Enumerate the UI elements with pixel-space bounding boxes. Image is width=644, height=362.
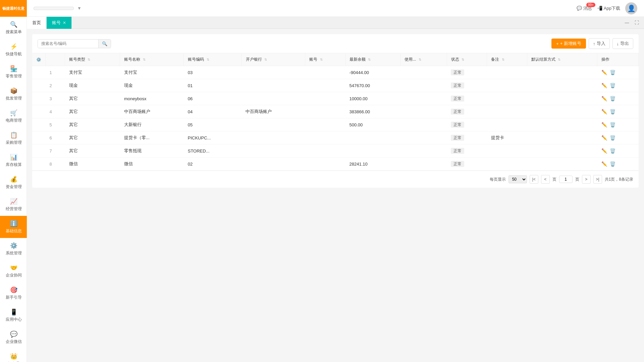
edit-icon[interactable]: ✏️ bbox=[601, 83, 607, 88]
tab-accounts[interactable]: 账号 ✕ bbox=[47, 17, 72, 29]
sidebar-item-member[interactable]: 👑 畅会员 bbox=[0, 349, 27, 362]
edit-icon[interactable]: ✏️ bbox=[601, 122, 607, 127]
search-input[interactable] bbox=[38, 40, 98, 48]
export-button[interactable]: ↓ 导出 bbox=[612, 38, 634, 49]
cell-notes bbox=[487, 92, 527, 105]
first-page-button[interactable]: |< bbox=[530, 175, 538, 184]
sidebar-item-app-center[interactable]: 📱 应用中心 bbox=[0, 304, 27, 326]
th-latest-balance[interactable]: 最新余额 ⇅ bbox=[345, 53, 400, 66]
th-usage[interactable]: 使用... ⇅ bbox=[400, 53, 447, 66]
page-input[interactable] bbox=[559, 176, 573, 183]
delete-icon[interactable]: 🗑️ bbox=[610, 70, 615, 75]
cell-account-code: 06 bbox=[184, 92, 241, 105]
edit-icon[interactable]: ✏️ bbox=[601, 148, 607, 154]
sidebar-item-wholesale-mgmt[interactable]: 📦 批发管理 bbox=[0, 83, 27, 105]
tab-bar: 首页 账号 ✕ — ⛶ bbox=[27, 17, 644, 29]
sidebar-item-label: 零售管理 bbox=[3, 73, 25, 79]
th-account-name[interactable]: 账号名称 ⇅ bbox=[120, 53, 184, 66]
messages-button[interactable]: 💬 消息 99+ bbox=[577, 5, 592, 11]
add-account-button[interactable]: + + 新增账号 bbox=[551, 39, 586, 49]
top-search-input[interactable] bbox=[34, 7, 74, 10]
delete-icon[interactable]: 🗑️ bbox=[610, 161, 615, 167]
cell-status: 正常 bbox=[447, 144, 487, 158]
cell-usage bbox=[400, 131, 447, 144]
th-status[interactable]: 状态 ⇅ bbox=[447, 53, 487, 66]
sidebar-item-label: 企业微信 bbox=[3, 339, 25, 345]
sidebar-item-basic-info[interactable]: ℹ️ 基础信息 bbox=[0, 216, 27, 238]
th-account-type[interactable]: 账号类型 ⇅ bbox=[65, 53, 120, 66]
cell-status: 正常 bbox=[447, 131, 487, 144]
to-page-label: 页 bbox=[575, 177, 579, 182]
edit-icon[interactable]: ✏️ bbox=[601, 109, 607, 114]
per-page-select[interactable]: 50 100 200 bbox=[508, 175, 527, 183]
enterprise-wechat-icon: 💬 bbox=[3, 330, 25, 338]
cell-actions: ✏️ 🗑️ bbox=[597, 92, 639, 105]
tab-home[interactable]: 首页 bbox=[27, 17, 47, 29]
cell-actions: ✏️ 🗑️ bbox=[597, 118, 639, 131]
th-account-no[interactable]: 账号 ⇅ bbox=[305, 53, 345, 66]
avatar-image: 👤 bbox=[627, 4, 636, 12]
th-account-code[interactable]: 账号编码 ⇅ bbox=[184, 53, 241, 66]
messages-badge: 99+ bbox=[586, 3, 595, 7]
sidebar-item-sys-mgmt[interactable]: ⚙️ 系统管理 bbox=[0, 238, 27, 260]
avatar[interactable]: 👤 bbox=[625, 2, 637, 14]
prev-page-button[interactable]: < bbox=[541, 175, 550, 184]
sidebar-item-enterprise-wechat[interactable]: 💬 企业微信 bbox=[0, 326, 27, 349]
sidebar-item-retail-mgmt[interactable]: 🏪 零售管理 bbox=[0, 61, 27, 83]
next-page-button[interactable]: > bbox=[582, 175, 591, 184]
delete-icon[interactable]: 🗑️ bbox=[610, 109, 615, 114]
dropdown-arrow-icon[interactable]: ▼ bbox=[77, 6, 82, 11]
cell-actions: ✏️ 🗑️ bbox=[597, 144, 639, 158]
app-logo: 畅捷通时生意 bbox=[0, 0, 27, 17]
cell-latest-balance: 500.00 bbox=[345, 118, 400, 131]
app-download-button[interactable]: 📲 App下载 bbox=[597, 5, 620, 11]
sidebar-item-new-guide[interactable]: 🎯 新手引导 bbox=[0, 282, 27, 304]
import-icon: ↑ bbox=[593, 41, 595, 46]
cell-default-payment bbox=[527, 131, 597, 144]
th-bank[interactable]: 开户银行 ⇅ bbox=[241, 53, 305, 66]
delete-icon[interactable]: 🗑️ bbox=[610, 83, 615, 88]
edit-icon[interactable]: ✏️ bbox=[601, 96, 607, 101]
th-actions: 操作 bbox=[597, 53, 639, 66]
edit-icon[interactable]: ✏️ bbox=[601, 70, 607, 75]
th-notes[interactable]: 备注 ⇅ bbox=[487, 53, 527, 66]
cell-default-payment bbox=[527, 92, 597, 105]
sidebar-item-purchase-mgmt[interactable]: 📋 采购管理 bbox=[0, 127, 27, 149]
sidebar-item-ecommerce-mgmt[interactable]: 🛒 电商管理 bbox=[0, 105, 27, 127]
sidebar: 畅捷通时生意 🔍 搜索菜单 ⚡ 快捷导航 🏪 零售管理 📦 批发管理 🛒 电商管… bbox=[0, 0, 27, 362]
th-default-payment[interactable]: 默认结算方式 ⇅ bbox=[527, 53, 597, 66]
tab-minimize-button[interactable]: — bbox=[623, 19, 631, 27]
sidebar-item-finance-mgmt[interactable]: 💰 资金管理 bbox=[0, 172, 27, 194]
quick-nav-icon: ⚡ bbox=[3, 43, 25, 50]
edit-icon[interactable]: ✏️ bbox=[601, 161, 607, 167]
cell-usage bbox=[400, 79, 447, 92]
sidebar-item-quick-nav[interactable]: ⚡ 快捷导航 bbox=[0, 39, 27, 61]
cell-latest-balance: 28241.10 bbox=[345, 158, 400, 171]
import-button[interactable]: ↑ 导入 bbox=[589, 38, 610, 49]
delete-icon[interactable]: 🗑️ bbox=[610, 148, 615, 154]
cell-account-no bbox=[305, 131, 345, 144]
cell-num: 5 bbox=[46, 118, 65, 131]
tab-close-icon[interactable]: ✕ bbox=[63, 20, 66, 25]
delete-icon[interactable]: 🗑️ bbox=[610, 135, 615, 140]
last-page-button[interactable]: >| bbox=[593, 175, 602, 184]
th-settings[interactable]: ⚙️ bbox=[32, 53, 46, 66]
cell-account-code: 05 bbox=[184, 118, 241, 131]
cell-account-type: 微信 bbox=[65, 158, 120, 171]
top-header: ▼ 💬 消息 99+ 📲 App下载 👤 bbox=[27, 0, 644, 17]
search-wrap: 🔍 bbox=[38, 39, 111, 48]
sidebar-item-ops-mgmt[interactable]: 📈 经营管理 bbox=[0, 194, 27, 216]
sidebar-item-inventory[interactable]: 📊 库存核算 bbox=[0, 149, 27, 172]
delete-icon[interactable]: 🗑️ bbox=[610, 96, 615, 101]
search-button[interactable]: 🔍 bbox=[98, 40, 111, 48]
sidebar-item-search-menu[interactable]: 🔍 搜索菜单 bbox=[0, 17, 27, 39]
cell-actions: ✏️ 🗑️ bbox=[597, 131, 639, 144]
cell-bank bbox=[241, 92, 305, 105]
sidebar-item-enterprise-agreement[interactable]: 🤝 企业协同 bbox=[0, 260, 27, 282]
cell-bank bbox=[241, 118, 305, 131]
tab-maximize-button[interactable]: ⛶ bbox=[633, 19, 641, 27]
delete-icon[interactable]: 🗑️ bbox=[610, 122, 615, 127]
edit-icon[interactable]: ✏️ bbox=[601, 135, 607, 140]
logo-text: 畅捷通时生意 bbox=[2, 6, 24, 11]
cell-default-payment bbox=[527, 105, 597, 118]
